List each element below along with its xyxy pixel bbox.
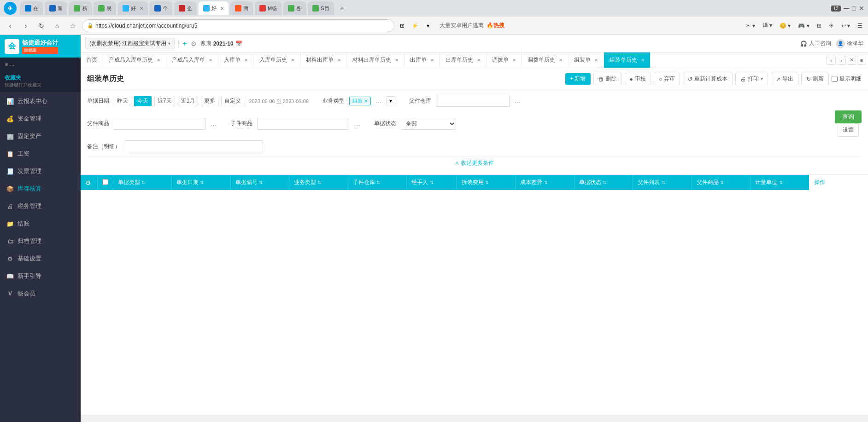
nav-tab-2[interactable]: 产成品入库单 ✕	[166, 52, 218, 68]
select-all-checkbox[interactable]	[102, 179, 108, 185]
sidebar-item-guide[interactable]: 📖 新手引导	[0, 267, 81, 285]
tab-close-5[interactable]: ✕	[140, 6, 143, 11]
nav-tab-7-close[interactable]: ✕	[430, 58, 434, 63]
sidebar-item-archive[interactable]: 🗂 归档管理	[0, 232, 81, 250]
sidebar-item-inventory[interactable]: 📦 库存核算	[0, 180, 81, 197]
tabs-menu[interactable]: ≡	[857, 56, 866, 65]
sidebar-item-settings[interactable]: ⚙ 基础设置	[0, 250, 81, 267]
qr-code-icon[interactable]: ⊞	[397, 21, 407, 31]
home-button[interactable]: ⌂	[51, 19, 64, 32]
nav-tab-3[interactable]: 入库单 ✕	[218, 52, 254, 68]
nav-tab-8[interactable]: 出库单历史 ✕	[440, 52, 487, 68]
browser-tab-10[interactable]: M畅	[255, 1, 282, 15]
new-tab-button[interactable]: +	[336, 2, 349, 15]
grid-icon[interactable]: ⊞	[815, 22, 823, 30]
settings-gear-button[interactable]: ⚙	[191, 40, 197, 47]
address-bar[interactable]: 🔒 https://cloud.chanjet.com/accounting/u…	[82, 19, 394, 32]
col-number[interactable]: 单据编号 ⇅	[230, 175, 289, 190]
tab-count-badge[interactable]: 12	[831, 6, 841, 12]
browser-tab-3[interactable]: 易	[69, 1, 92, 15]
query-button[interactable]: 查询	[835, 110, 862, 123]
new-button[interactable]: + 新增	[565, 73, 590, 85]
date-btn-custom[interactable]: 自定义	[221, 96, 244, 106]
parent-warehouse-ellipsis[interactable]: ...	[514, 97, 520, 105]
user-menu[interactable]: 👤 徐泽华	[836, 39, 863, 48]
parent-product-ellipsis[interactable]: ...	[211, 120, 217, 128]
tabs-arrow-right[interactable]: ›	[837, 56, 846, 65]
translate-icon[interactable]: 译 ▾	[761, 21, 774, 30]
nav-tab-3-close[interactable]: ✕	[244, 58, 248, 63]
nav-tab-12-close[interactable]: ✕	[641, 58, 645, 63]
col-parent-list[interactable]: 父件列表 ⇅	[633, 175, 692, 190]
col-sub-warehouse[interactable]: 子件仓库 ⇅	[348, 175, 407, 190]
col-date[interactable]: 单据日期 ⇅	[172, 175, 231, 190]
refresh-nav-button[interactable]: ↻	[35, 19, 48, 32]
emoji-icon[interactable]: 😊 ▾	[778, 22, 792, 30]
col-cost-diff[interactable]: 成本差异 ⇅	[516, 175, 575, 190]
sidebar-item-finance[interactable]: 💰 资金管理	[0, 110, 81, 127]
nav-tab-11[interactable]: 组装单 ✕	[569, 52, 604, 68]
nav-tab-11-close[interactable]: ✕	[594, 58, 598, 63]
table-settings-col[interactable]: ⚙	[81, 175, 97, 190]
nav-tab-home[interactable]: 首页	[81, 52, 103, 68]
browser-tab-11[interactable]: 各	[283, 1, 306, 15]
nav-tab-12[interactable]: 组装单历史 ✕	[604, 52, 651, 68]
col-bill-status[interactable]: 单据状态 ⇅	[574, 175, 633, 190]
horizontal-scrollbar[interactable]	[81, 416, 868, 422]
nav-tab-8-close[interactable]: ✕	[477, 58, 481, 63]
col-disassemble-fee[interactable]: 拆装费用 ⇅	[457, 175, 516, 190]
nav-tab-7[interactable]: 出库单 ✕	[405, 52, 440, 68]
business-type-tag-close[interactable]: ✕	[364, 98, 368, 104]
sub-product-ellipsis[interactable]: ...	[354, 120, 360, 128]
tab-close-8[interactable]: ✕	[220, 6, 224, 11]
refresh-button[interactable]: ↻ 刷新	[801, 73, 829, 85]
audit-button[interactable]: ● 审核	[625, 73, 651, 85]
back-button[interactable]: ‹	[4, 19, 17, 32]
nav-tab-5[interactable]: 材料出库单 ✕	[300, 52, 347, 68]
nav-tab-9-close[interactable]: ✕	[512, 58, 516, 63]
scissors-icon[interactable]: ✂ ▾	[744, 22, 757, 30]
col-handler[interactable]: 经手人 ⇅	[407, 175, 457, 190]
browser-tab-8[interactable]: 好 ✕	[199, 1, 229, 15]
lightning-icon[interactable]: ⚡	[410, 21, 420, 31]
bill-status-select[interactable]: 全部 草稿 已审核	[401, 118, 456, 130]
browser-tab-7[interactable]: 企	[174, 1, 197, 15]
sidebar-item-tax[interactable]: 🖨 税务管理	[0, 197, 81, 215]
dropdown-arrow[interactable]: ▾	[423, 21, 433, 31]
parent-product-input[interactable]	[114, 118, 206, 130]
period-selector[interactable]: 账期 2021-10 📅	[200, 40, 242, 47]
sun-icon[interactable]: ☀	[827, 22, 836, 30]
nav-tab-2-close[interactable]: ✕	[209, 58, 212, 63]
abandon-button[interactable]: ○ 弃审	[654, 73, 680, 85]
nav-tab-6-close[interactable]: ✕	[395, 58, 399, 63]
display-detail-checkbox[interactable]	[832, 76, 838, 82]
nav-tab-1[interactable]: 产成品入库单历史 ✕	[103, 52, 166, 68]
minimize-button[interactable]: ─	[844, 4, 850, 13]
tabs-close-all[interactable]: ✕	[847, 56, 856, 65]
close-button[interactable]: ✕	[859, 5, 864, 12]
nav-tab-9[interactable]: 调拨单 ✕	[487, 52, 522, 68]
date-btn-more[interactable]: 更多	[201, 96, 218, 106]
col-parent-product[interactable]: 父件商品 ⇅	[692, 175, 751, 190]
favorites-title[interactable]: 收藏夹	[5, 74, 76, 82]
add-company-button[interactable]: +	[182, 40, 187, 48]
sub-product-input[interactable]	[257, 118, 349, 130]
col-biz-type[interactable]: 业务类型 ⇅	[289, 175, 348, 190]
collapse-bar[interactable]: ∧ 收起更多条件	[87, 156, 862, 170]
delete-button[interactable]: 🗑 删除	[593, 73, 622, 85]
browser-tab-9[interactable]: 腾	[230, 1, 253, 15]
export-button[interactable]: ↗ 导出	[771, 73, 798, 85]
nav-tab-1-close[interactable]: ✕	[157, 58, 160, 63]
date-btn-yesterday[interactable]: 昨天	[114, 96, 131, 106]
menu-icon[interactable]: ☰	[856, 22, 864, 30]
date-btn-today[interactable]: 今天	[134, 96, 152, 106]
sidebar-item-invoice[interactable]: 🧾 发票管理	[0, 162, 81, 180]
game-icon[interactable]: 🎮 ▾	[796, 22, 811, 30]
business-type-dropdown[interactable]: ▾	[386, 96, 395, 105]
sidebar-logo[interactable]: 会 畅捷通好会计 旗舰版	[0, 35, 81, 58]
recalc-button[interactable]: ↺ 重新计算成本	[683, 73, 733, 85]
sidebar-item-member[interactable]: V 畅会员	[0, 285, 81, 302]
nav-tab-4[interactable]: 入库单历史 ✕	[254, 52, 300, 68]
sidebar-item-reports[interactable]: 📊 云报表中心	[0, 92, 81, 110]
nav-tab-10[interactable]: 调拨单历史 ✕	[522, 52, 569, 68]
